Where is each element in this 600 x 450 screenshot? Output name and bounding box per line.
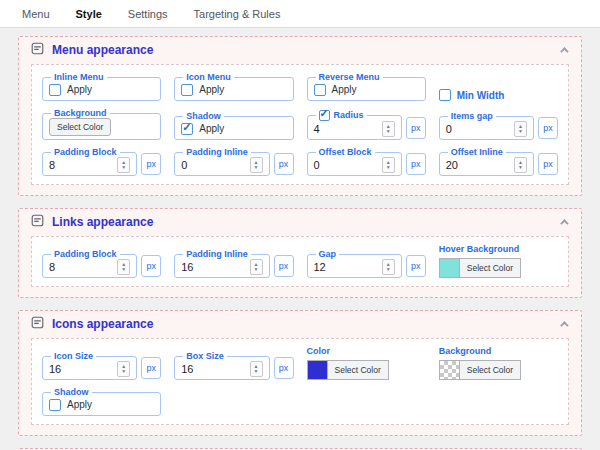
stepper[interactable]: ▲▼ [514,121,527,137]
field-label: Shadow [51,388,92,397]
collapse-chevron-icon[interactable] [557,216,569,228]
stepper-down-icon[interactable]: ▼ [121,165,126,170]
stepper[interactable]: ▲▼ [382,157,395,173]
unit-px: px [538,117,558,139]
field-links-padding-block: Padding Block 8 ▲▼ px [42,245,161,278]
links-padding-block-input[interactable]: 8 [49,261,55,273]
icon-background-swatch[interactable] [439,360,459,380]
collapse-chevron-icon[interactable] [557,318,569,330]
checkbox-label: Apply [67,399,92,410]
field-icon-menu: Icon Menu Apply [174,73,293,101]
radius-checkbox[interactable] [319,110,330,121]
field-label: Inline Menu [51,73,107,82]
field-label: Padding Inline [183,250,251,259]
stepper-down-icon[interactable]: ▼ [254,165,259,170]
field-icon-color: Color Select Color [307,347,426,380]
icons-appearance-icon [31,315,44,333]
unit-px: px [538,153,558,175]
reverse-menu-checkbox[interactable] [314,84,326,96]
field-label: Padding Block [51,250,120,259]
field-label: Min Width [457,90,505,101]
stepper[interactable]: ▲▼ [250,361,263,377]
inline-menu-checkbox[interactable] [49,84,61,96]
stepper-down-icon[interactable]: ▼ [121,369,126,374]
stepper[interactable]: ▲▼ [117,259,130,275]
tab-targeting-rules[interactable]: Targeting & Rules [194,8,281,20]
icon-color-select-color-button[interactable]: Select Color [327,360,389,380]
links-gap-input[interactable]: 12 [314,261,326,273]
stepper[interactable]: ▲▼ [382,121,395,137]
hover-background-select-color-button[interactable]: Select Color [459,258,521,278]
top-tab-bar: Menu Style Settings Targeting & Rules [0,0,600,28]
checkbox-label: Apply [332,84,357,95]
box-size-input[interactable]: 16 [181,363,193,375]
stepper[interactable]: ▲▼ [117,361,130,377]
stepper-down-icon[interactable]: ▼ [254,267,259,272]
collapse-chevron-icon[interactable] [557,44,569,56]
shadow-checkbox[interactable] [181,123,193,135]
unit-px: px [141,357,161,379]
hover-background-swatch[interactable] [439,258,459,278]
background-select-color-button[interactable]: Select Color [49,118,111,136]
field-label: Offset Block [316,148,375,157]
tab-style[interactable]: Style [76,8,102,20]
section-header-icons-appearance[interactable]: Icons appearance [19,311,581,337]
checkbox-label: Apply [199,84,224,95]
padding-block-input[interactable]: 8 [49,159,55,171]
offset-inline-input[interactable]: 20 [446,159,458,171]
offset-block-input[interactable]: 0 [314,159,320,171]
field-label: Background [439,347,558,356]
unit-px: px [274,255,294,277]
stepper-down-icon[interactable]: ▼ [518,129,523,134]
stepper-down-icon[interactable]: ▼ [386,129,391,134]
icon-size-input[interactable]: 16 [49,363,61,375]
field-label: Items gap [448,112,496,121]
icon-color-swatch[interactable] [307,360,327,380]
field-label: Color [307,347,426,356]
field-radius: Radius 4 ▲▼ px [307,109,426,140]
stepper[interactable]: ▲▼ [514,157,527,173]
field-label: Padding Block [51,148,120,157]
stepper[interactable]: ▲▼ [117,157,130,173]
unit-px: px [406,255,426,277]
field-label: Gap [316,250,340,259]
field-reverse-menu: Reverse Menu Apply [307,73,426,101]
icon-menu-checkbox[interactable] [181,84,193,96]
links-padding-inline-input[interactable]: 16 [181,261,193,273]
stepper[interactable]: ▲▼ [382,259,395,275]
icon-shadow-checkbox[interactable] [49,399,61,411]
field-label: Padding Inline [183,148,251,157]
field-padding-inline: Padding Inline 0 ▲▼ px [174,148,293,176]
stepper-down-icon[interactable]: ▼ [386,267,391,272]
tab-settings[interactable]: Settings [128,8,168,20]
stepper[interactable]: ▲▼ [250,157,263,173]
field-label: Box Size [183,352,227,361]
items-gap-input[interactable]: 0 [446,123,452,135]
field-links-padding-inline: Padding Inline 16 ▲▼ px [174,245,293,278]
tab-menu[interactable]: Menu [22,8,50,20]
stepper-down-icon[interactable]: ▼ [518,165,523,170]
section-body-menu-appearance: Inline Menu Apply Icon Menu Apply [31,64,569,185]
unit-px: px [274,153,294,175]
section-body-links-appearance: Padding Block 8 ▲▼ px Padding Inline 16 … [31,236,569,287]
field-icon-shadow: Shadow Apply [42,388,161,416]
stepper-down-icon[interactable]: ▼ [121,267,126,272]
radius-input[interactable]: 4 [314,123,320,135]
unit-px: px [406,153,426,175]
section-header-links-appearance[interactable]: Links appearance [19,209,581,235]
min-width-checkbox[interactable] [439,89,451,101]
padding-inline-input[interactable]: 0 [181,159,187,171]
icon-background-select-color-button[interactable]: Select Color [459,360,521,380]
field-label: Icon Menu [183,73,234,82]
stepper-down-icon[interactable]: ▼ [386,165,391,170]
links-appearance-icon [31,213,44,231]
field-background: Background Select Color [42,109,161,140]
unit-px: px [274,357,294,379]
stepper[interactable]: ▲▼ [250,259,263,275]
stepper-down-icon[interactable]: ▼ [254,369,259,374]
field-box-size: Box Size 16 ▲▼ px [174,347,293,380]
field-offset-block: Offset Block 0 ▲▼ px [307,148,426,176]
menu-appearance-icon [31,41,44,59]
field-min-width: Min Width [439,73,558,101]
section-header-menu-appearance[interactable]: Menu appearance [19,37,581,63]
